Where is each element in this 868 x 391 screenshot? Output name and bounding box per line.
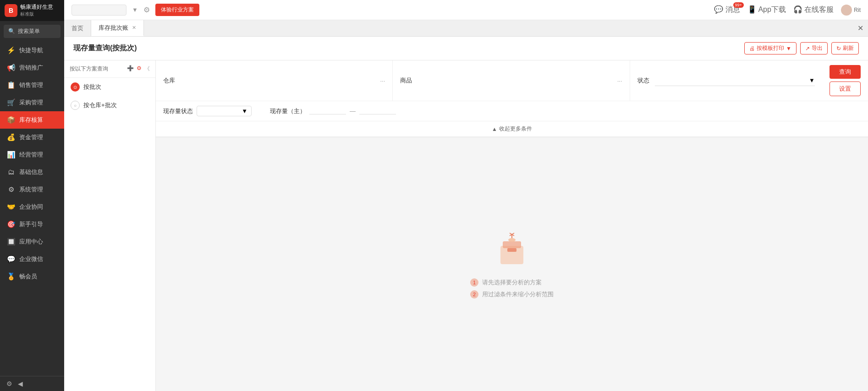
user-avatar-button[interactable]: Rit xyxy=(841,5,861,16)
tab-inventory-batch-label: 库存批次账 xyxy=(99,24,128,32)
collapse-filters-button[interactable]: ▲ 收起更多条件 xyxy=(156,121,868,137)
sidebar-item-label: 企业协同 xyxy=(19,203,43,211)
avatar-icon xyxy=(841,5,852,16)
sidebar-item-enterprise[interactable]: 🤝 企业协同 xyxy=(0,198,64,216)
sidebar-item-label: 资金管理 xyxy=(19,133,43,141)
marketing-icon: 📢 xyxy=(6,64,16,72)
quick-nav-icon: ⚡ xyxy=(6,46,16,54)
sidebar-item-wechat[interactable]: 💬 企业微信 xyxy=(0,250,64,268)
warehouse-input[interactable] xyxy=(181,77,376,84)
print-dropdown-icon[interactable]: ▼ xyxy=(786,45,791,52)
filter-item-warehouse-batch[interactable]: ○ 按仓库+批次 xyxy=(64,96,155,114)
query-button[interactable]: 查询 xyxy=(830,65,861,79)
trial-button[interactable]: 体验行业方案 xyxy=(155,4,199,16)
sidebar-search-area: 🔍 搜索菜单 xyxy=(0,21,64,42)
stock-qty-max-input[interactable] xyxy=(359,108,396,114)
tab-inventory-batch[interactable]: 库存批次账 ✕ xyxy=(91,20,144,36)
stock-status-dropdown[interactable]: ▼ xyxy=(197,106,252,116)
batch-active-icon: ⊙ xyxy=(71,82,80,92)
print-template-button[interactable]: 🖨 按模板打印 ▼ xyxy=(744,42,797,54)
message-button[interactable]: 💬 消息 99+ xyxy=(714,5,740,15)
search-menu-button[interactable]: 🔍 搜索菜单 xyxy=(4,25,60,38)
tab-home[interactable]: 首页 xyxy=(64,20,91,36)
stock-qty-min-input[interactable] xyxy=(309,108,346,114)
empty-tip-1: 1 请先选择要分析的方案 xyxy=(470,278,554,287)
tab-close-icon[interactable]: ✕ xyxy=(132,25,136,31)
warehouse-batch-icon: ○ xyxy=(71,101,80,110)
sidebar-item-newbie[interactable]: 🎯 新手引导 xyxy=(0,216,64,233)
topbar-right: 💬 消息 99+ 📱 App下载 🎧 在线客服 Rit xyxy=(714,5,861,16)
sidebar-item-operations[interactable]: 📊 经营管理 xyxy=(0,146,64,163)
app-version: 标准版 xyxy=(20,11,53,17)
product-dots[interactable]: ··· xyxy=(617,77,622,84)
system-icon: ⚙ xyxy=(6,185,16,194)
member-icon: 🏅 xyxy=(6,272,16,281)
dropdown-icon[interactable]: ▼ xyxy=(132,6,138,13)
sidebar: B 畅康通好生意 标准版 🔍 搜索菜单 ⚡ 快捷导航 📢 营销推广 📋 销售管理… xyxy=(0,0,64,391)
collapse-filter-icon[interactable]: 《 xyxy=(144,65,150,73)
sidebar-item-app-center[interactable]: 🔲 应用中心 xyxy=(0,233,64,250)
add-filter-icon[interactable]: ➕ xyxy=(127,65,134,73)
warehouse-label: 仓库 xyxy=(163,76,177,85)
collapse-sidebar-icon[interactable]: ◀ xyxy=(18,380,23,387)
filter-item-batch[interactable]: ⊙ 按批次 xyxy=(64,78,155,96)
filter-item-batch-label: 按批次 xyxy=(83,83,101,91)
filter-item-warehouse-batch-label: 按仓库+批次 xyxy=(83,101,117,109)
tabs-bar: 首页 库存批次账 ✕ ✕ xyxy=(64,20,868,37)
sidebar-item-inventory[interactable]: 📦 库存核算 xyxy=(0,111,64,129)
page-title: 现存量查询(按批次) xyxy=(73,43,137,53)
main-container: ▼ ⚙ 体验行业方案 💬 消息 99+ 📱 App下载 🎧 在线客服 Rit xyxy=(64,0,868,391)
app-download-label: App下载 xyxy=(758,5,786,13)
sidebar-item-quick-nav[interactable]: ⚡ 快捷导航 xyxy=(0,42,64,59)
filters-and-table: 仓库 ··· 商品 ··· 状态 xyxy=(156,60,868,391)
gear-icon[interactable]: ⚙ xyxy=(143,5,150,14)
empty-illustration xyxy=(491,230,533,271)
settings-footer-icon[interactable]: ⚙ xyxy=(6,380,12,387)
settings-button[interactable]: 设置 xyxy=(830,81,861,96)
warehouse-dots[interactable]: ··· xyxy=(380,77,385,84)
status-dropdown[interactable]: ▼ xyxy=(655,75,815,86)
topbar-search-input[interactable] xyxy=(71,5,126,16)
product-input[interactable] xyxy=(418,77,613,84)
sidebar-item-label: 基础信息 xyxy=(19,168,43,176)
online-service-button[interactable]: 🎧 在线客服 xyxy=(793,5,834,15)
empty-tip-2: 2 用过滤条件来缩小分析范围 xyxy=(470,290,554,299)
sidebar-item-marketing[interactable]: 📢 营销推广 xyxy=(0,59,64,76)
online-service-label: 在线客服 xyxy=(804,5,834,13)
finance-icon: 💰 xyxy=(6,133,16,141)
purchase-icon: 🛒 xyxy=(6,98,16,107)
status-label: 状态 xyxy=(637,76,651,85)
message-badge: 99+ xyxy=(733,2,744,8)
message-icon: 💬 xyxy=(714,5,723,13)
empty-tips: 1 请先选择要分析的方案 2 用过滤条件来缩小分析范围 xyxy=(470,278,554,299)
sidebar-item-finance[interactable]: 💰 资金管理 xyxy=(0,129,64,146)
phone-icon: 📱 xyxy=(747,5,757,13)
sidebar-item-label: 系统管理 xyxy=(19,185,43,194)
wechat-icon: 💬 xyxy=(6,255,16,263)
tip-text-2: 用过滤条件来缩小分析范围 xyxy=(482,290,554,299)
tabs-close-all-button[interactable]: ✕ xyxy=(853,24,868,33)
sidebar-item-label: 畅会员 xyxy=(19,272,37,281)
sidebar-item-sales[interactable]: 📋 销售管理 xyxy=(0,76,64,94)
export-button[interactable]: ↗ 导出 xyxy=(800,42,828,54)
sidebar-item-label: 库存核算 xyxy=(19,116,43,124)
app-center-icon: 🔲 xyxy=(6,238,16,246)
sidebar-item-label: 采购管理 xyxy=(19,98,43,107)
page-header-actions: 🖨 按模板打印 ▼ ↗ 导出 ↻ 刷新 xyxy=(744,42,859,54)
sidebar-footer: ⚙ ◀ xyxy=(0,376,64,391)
sidebar-item-member[interactable]: 🏅 畅会员 xyxy=(0,268,64,285)
sidebar-item-basic[interactable]: 🗂 基础信息 xyxy=(0,163,64,181)
refresh-button[interactable]: ↻ 刷新 xyxy=(831,42,859,54)
printer-icon: 🖨 xyxy=(749,45,755,52)
app-download-button[interactable]: 📱 App下载 xyxy=(747,5,786,15)
sidebar-nav: ⚡ 快捷导航 📢 营销推广 📋 销售管理 🛒 采购管理 📦 库存核算 💰 资金管… xyxy=(0,42,64,376)
stock-status-arrow: ▼ xyxy=(242,108,247,114)
empty-state: 1 请先选择要分析的方案 2 用过滤条件来缩小分析范围 xyxy=(156,137,868,391)
sidebar-item-system[interactable]: ⚙ 系统管理 xyxy=(0,181,64,198)
settings-filter-icon[interactable]: ⚙ xyxy=(137,65,142,73)
sales-icon: 📋 xyxy=(6,81,16,89)
basic-icon: 🗂 xyxy=(6,168,16,176)
sidebar-item-label: 应用中心 xyxy=(19,238,43,246)
svg-point-3 xyxy=(508,238,516,242)
sidebar-item-purchase[interactable]: 🛒 采购管理 xyxy=(0,94,64,111)
